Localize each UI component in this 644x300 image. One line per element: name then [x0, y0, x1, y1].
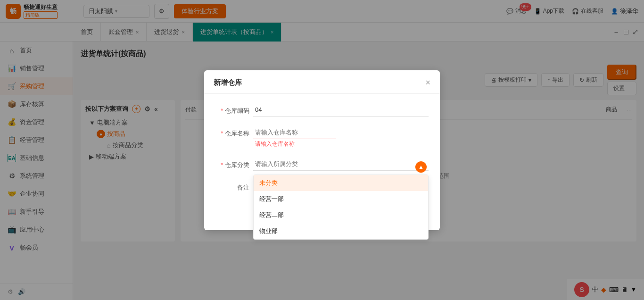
name-label: 仓库名称	[215, 126, 253, 138]
dropdown-item-unclassified[interactable]: 未分类	[254, 175, 428, 191]
category-input[interactable]	[253, 158, 429, 171]
category-dropdown-arrow[interactable]: ▲	[415, 161, 427, 173]
note-label: 备注	[215, 180, 253, 192]
modal-header: 新增仓库 ×	[204, 70, 440, 94]
dropdown-item-property[interactable]: 物业部	[254, 223, 428, 239]
name-error-message: 请输入仓库名称	[255, 140, 295, 148]
category-select-wrapper: ▲ 未分类 经营一部 经营二部 物业部	[253, 158, 429, 171]
code-label: 仓库编码	[215, 103, 253, 115]
modal-overlay[interactable]: 新增仓库 × 仓库编码 仓库名称 请输入仓库名称 仓库分类	[0, 0, 644, 300]
modal-close-button[interactable]: ×	[425, 78, 430, 88]
category-label: 仓库分类	[215, 158, 253, 169]
modal-body: 仓库编码 仓库名称 请输入仓库名称 仓库分类 ▲	[204, 94, 440, 203]
code-input[interactable]	[253, 103, 429, 117]
dropdown-item-dept2[interactable]: 经营二部	[254, 207, 428, 223]
modal-title: 新增仓库	[214, 78, 242, 87]
form-row-name: 仓库名称 请输入仓库名称	[215, 126, 429, 148]
form-row-category: 仓库分类 ▲ 未分类 经营一部 经营二部 物业部	[215, 158, 429, 171]
category-dropdown-list: 未分类 经营一部 经营二部 物业部	[253, 175, 429, 240]
modal-new-warehouse: 新增仓库 × 仓库编码 仓库名称 请输入仓库名称 仓库分类	[204, 70, 440, 230]
form-row-code: 仓库编码	[215, 103, 429, 117]
name-input[interactable]	[253, 126, 336, 139]
dropdown-item-dept1[interactable]: 经营一部	[254, 191, 428, 207]
